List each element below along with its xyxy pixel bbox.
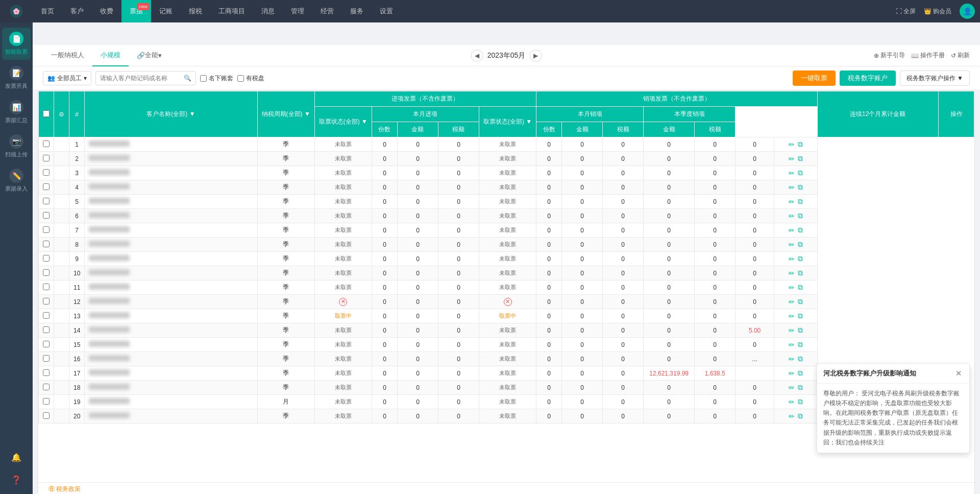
member-btn[interactable]: 👑 购会员 — [924, 7, 951, 16]
edit-icon[interactable]: ✏ — [789, 341, 795, 349]
sidebar-item-scan-upload[interactable]: 📷 扫描上传 — [2, 130, 31, 162]
copy-icon[interactable]: ⧉ — [798, 326, 803, 335]
row-checkbox[interactable] — [43, 183, 50, 190]
row-checkbox[interactable] — [43, 298, 50, 304]
edit-icon[interactable]: ✏ — [789, 269, 795, 277]
nav-manage[interactable]: 管理 — [283, 0, 312, 22]
row-checkbox[interactable] — [43, 255, 50, 262]
copy-icon[interactable]: ⧉ — [798, 154, 803, 163]
row-checkbox[interactable] — [43, 384, 50, 390]
row-checkbox[interactable] — [43, 269, 50, 276]
copy-icon[interactable]: ⧉ — [798, 169, 803, 177]
nav-service[interactable]: 服务 — [342, 0, 372, 22]
new-guide-btn[interactable]: ⊕ 新手引导 — [874, 51, 905, 60]
row-checkbox[interactable] — [43, 241, 50, 247]
copy-icon[interactable]: ⧉ — [798, 197, 803, 206]
edit-icon[interactable]: ✏ — [789, 369, 795, 378]
edit-icon[interactable]: ✏ — [789, 241, 795, 249]
copy-icon[interactable]: ⧉ — [798, 369, 803, 378]
nav-clients[interactable]: 客户 — [62, 0, 92, 22]
my-accounts-checkbox[interactable] — [200, 75, 207, 82]
copy-icon[interactable]: ⧉ — [798, 397, 803, 406]
help-icon[interactable]: ❓ — [7, 471, 26, 489]
edit-icon[interactable]: ✏ — [789, 284, 795, 292]
prev-month-btn[interactable]: ◀ — [471, 50, 483, 62]
has-taxpad-checkbox[interactable] — [237, 75, 244, 82]
nav-invoices[interactable]: 票据 new — [121, 0, 151, 22]
edit-icon[interactable]: ✏ — [789, 355, 795, 363]
edit-icon[interactable]: ✏ — [789, 212, 795, 220]
select-all-checkbox[interactable] — [43, 110, 50, 117]
copy-icon[interactable]: ⧉ — [798, 312, 803, 320]
copy-icon[interactable]: ⧉ — [798, 412, 803, 420]
edit-icon[interactable]: ✏ — [789, 140, 795, 149]
checkbox-my-accounts[interactable]: 名下账套 — [200, 74, 233, 83]
manual-btn[interactable]: 📖 操作手册 — [911, 51, 945, 60]
edit-icon[interactable]: ✏ — [789, 169, 795, 177]
edit-icon[interactable]: ✏ — [789, 255, 795, 263]
row-checkbox[interactable] — [43, 412, 50, 419]
nav-messages[interactable]: 消息 — [253, 0, 283, 22]
search-icon[interactable]: 🔍 — [184, 75, 191, 82]
tab-all[interactable]: 🔗 全能 ▾ — [129, 45, 170, 66]
copy-icon[interactable]: ⧉ — [798, 240, 803, 249]
row-checkbox[interactable] — [43, 226, 50, 233]
digital-account-btn[interactable]: 税务数字账户 — [840, 70, 896, 86]
app-logo[interactable]: 🌸 — [5, 0, 28, 22]
edit-icon[interactable]: ✏ — [789, 384, 795, 392]
sidebar-item-issue-invoice[interactable]: 📝 发票开具 — [2, 62, 31, 94]
nav-home[interactable]: 首页 — [33, 0, 62, 22]
copy-icon[interactable]: ⧉ — [798, 183, 803, 192]
nav-bizreg[interactable]: 工商项目 — [210, 0, 253, 22]
sidebar-item-smart-invoice[interactable]: 📄 智能取票 — [2, 28, 31, 60]
edit-icon[interactable]: ✏ — [789, 398, 795, 406]
row-checkbox[interactable] — [43, 212, 50, 219]
copy-icon[interactable]: ⧉ — [798, 269, 803, 277]
employee-select[interactable]: 👥 全部员工 ▾ — [43, 71, 91, 85]
row-checkbox[interactable] — [43, 198, 50, 204]
row-checkbox[interactable] — [43, 140, 50, 147]
copy-icon[interactable]: ⧉ — [798, 383, 803, 392]
notifications-icon[interactable]: 🔔 — [7, 448, 26, 466]
row-checkbox[interactable] — [43, 369, 50, 376]
tab-small[interactable]: 小规模 — [92, 45, 129, 66]
nav-accounting[interactable]: 记账 — [151, 0, 181, 22]
edit-icon[interactable]: ✏ — [789, 183, 795, 192]
next-month-btn[interactable]: ▶ — [529, 50, 542, 62]
fullscreen-btn[interactable]: ⛶ 全屏 — [896, 7, 916, 16]
copy-icon[interactable]: ⧉ — [798, 340, 803, 349]
row-checkbox[interactable] — [43, 312, 50, 319]
digital-account-op-btn[interactable]: 税务数字账户操作 ▼ — [900, 70, 970, 86]
row-checkbox[interactable] — [43, 169, 50, 176]
tab-general[interactable]: 一般纳税人 — [43, 45, 92, 66]
edit-icon[interactable]: ✏ — [789, 298, 795, 306]
row-checkbox[interactable] — [43, 355, 50, 362]
edit-icon[interactable]: ✏ — [789, 226, 795, 234]
row-checkbox[interactable] — [43, 398, 50, 405]
nav-biz[interactable]: 经营 — [312, 0, 342, 22]
sidebar-item-invoice-entry[interactable]: ✏️ 票据录入 — [2, 164, 31, 197]
copy-icon[interactable]: ⧉ — [798, 297, 803, 306]
copy-icon[interactable]: ⧉ — [798, 211, 803, 220]
edit-icon[interactable]: ✏ — [789, 155, 795, 163]
copy-icon[interactable]: ⧉ — [798, 355, 803, 363]
nav-tax[interactable]: 报税 — [181, 0, 210, 22]
sidebar-item-invoice-summary[interactable]: 📊 票据汇总 — [2, 96, 31, 128]
nav-settings[interactable]: 设置 — [372, 0, 401, 22]
nav-billing[interactable]: 收费 — [92, 0, 121, 22]
copy-icon[interactable]: ⧉ — [798, 254, 803, 263]
row-checkbox[interactable] — [43, 326, 50, 333]
copy-icon[interactable]: ⧉ — [798, 226, 803, 234]
edit-icon[interactable]: ✏ — [789, 198, 795, 206]
one-click-fetch-btn[interactable]: 一键取票 — [793, 70, 836, 86]
edit-icon[interactable]: ✏ — [789, 312, 795, 320]
edit-icon[interactable]: ✏ — [789, 412, 795, 420]
notification-close-btn[interactable]: ✕ — [954, 369, 963, 378]
row-checkbox[interactable] — [43, 155, 50, 161]
copy-icon[interactable]: ⧉ — [798, 140, 803, 149]
user-avatar[interactable]: 👤 — [960, 4, 975, 19]
refresh-btn[interactable]: ↺ 刷新 — [951, 51, 970, 60]
search-input[interactable] — [100, 75, 182, 82]
edit-icon[interactable]: ✏ — [789, 326, 795, 335]
checkbox-has-taxpad[interactable]: 有税盘 — [237, 74, 264, 83]
